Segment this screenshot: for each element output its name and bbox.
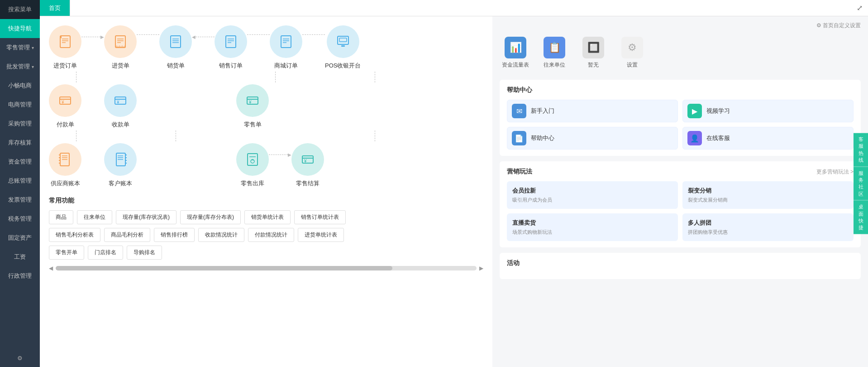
quick-icon-0[interactable]: 📊资金流量表 bbox=[500, 37, 531, 69]
float-btn-desktop[interactable]: 桌面快捷 bbox=[854, 200, 868, 234]
sidebar-item-8[interactable]: 发票管理 bbox=[0, 190, 40, 209]
quick-icon-3[interactable]: ⚙设置 bbox=[616, 37, 648, 69]
func-button[interactable]: 现存量(库存状况表) bbox=[116, 210, 176, 224]
sidebar-item-11[interactable]: 工资 bbox=[0, 247, 40, 266]
receipt-icon: ¥ bbox=[104, 84, 137, 117]
sidebar-item-4[interactable]: 采购管理 bbox=[0, 114, 40, 133]
func-button[interactable]: 销售订单统计表 bbox=[294, 210, 346, 224]
node-shop-order[interactable]: 商城订单 bbox=[270, 25, 302, 70]
retail-out-icon bbox=[236, 143, 269, 176]
quick-nav[interactable]: 快捷导航 bbox=[0, 19, 40, 38]
func-button[interactable]: 进货单统计表 bbox=[298, 228, 344, 242]
node-customer-ledger[interactable]: 客户账本 bbox=[104, 143, 137, 188]
node-purchase-order[interactable]: 进货订单 bbox=[49, 25, 81, 70]
sidebar-item-9[interactable]: 税务管理 bbox=[0, 209, 40, 228]
right-panel: ⚙ 首页自定义设置 📊资金流量表📋往来单位🔲暂无⚙设置 帮助中心 ✉ 新手入门 … bbox=[492, 16, 868, 367]
node-retail-out[interactable]: 零售出库 bbox=[236, 143, 269, 188]
func-button[interactable]: 往来单位 bbox=[77, 210, 112, 224]
sales-order-icon bbox=[215, 25, 247, 58]
node-payment[interactable]: ¥ 付款单 bbox=[49, 84, 81, 129]
node-sales-bill[interactable]: 销货单 bbox=[159, 25, 192, 70]
gear-icon: ⚙ bbox=[17, 355, 23, 362]
purchase-bill-icon bbox=[104, 25, 137, 58]
quick-icon-1[interactable]: 📋往来单位 bbox=[539, 37, 570, 69]
activity-card: 活动 bbox=[500, 253, 861, 279]
sidebar-item-3[interactable]: 电商管理 bbox=[0, 95, 40, 114]
help-item-help[interactable]: 📄 帮助中心 bbox=[507, 127, 678, 150]
sidebar-item-12[interactable]: 行政管理 bbox=[0, 266, 40, 285]
shop-order-icon bbox=[270, 25, 302, 58]
pos-icon bbox=[327, 25, 359, 58]
node-sales-order[interactable]: 销售订单 bbox=[215, 25, 247, 70]
node-receipt[interactable]: ¥ 收款单 bbox=[104, 84, 137, 129]
func-button[interactable]: 门店排名 bbox=[88, 246, 123, 260]
func-button[interactable]: 销售毛利分析表 bbox=[49, 228, 100, 242]
expand-icon[interactable]: ⤢ bbox=[857, 4, 863, 12]
func-button[interactable]: 商品 bbox=[49, 210, 73, 224]
func-button[interactable]: 现存量(库存分布表) bbox=[180, 210, 241, 224]
sidebar-item-2[interactable]: 小畅电商 bbox=[0, 76, 40, 95]
supplier-ledger-icon bbox=[49, 143, 81, 176]
float-buttons: 客服热线 服务社区 桌面快捷 bbox=[854, 133, 868, 234]
payment-icon: ¥ bbox=[49, 84, 81, 117]
help-item-beginner[interactable]: ✉ 新手入门 bbox=[507, 100, 678, 122]
float-btn-service[interactable]: 客服热线 bbox=[854, 133, 868, 167]
svg-text:¥: ¥ bbox=[248, 100, 252, 105]
svg-rect-12 bbox=[226, 36, 236, 48]
func-button[interactable]: 导购排名 bbox=[127, 246, 162, 260]
horizontal-scrollbar[interactable]: ◀ ▶ bbox=[49, 265, 483, 271]
node-retail-bill[interactable]: ¥ 零售单 bbox=[236, 84, 269, 129]
node-retail-settle[interactable]: ¥ 零售结算 bbox=[291, 143, 324, 188]
help-item-video[interactable]: ▶ 视频学习 bbox=[682, 100, 854, 122]
person-icon: 👤 bbox=[687, 131, 702, 145]
flow-diagram: 进货订单 ▶ 进货单 bbox=[49, 25, 483, 188]
float-btn-community[interactable]: 服务社区 bbox=[854, 166, 868, 200]
purchase-order-icon bbox=[49, 25, 81, 58]
search-menu[interactable]: 搜索菜单 bbox=[0, 0, 40, 19]
marketing-group[interactable]: 多人拼团 拼团购物享受优惠 bbox=[682, 213, 854, 241]
marketing-live[interactable]: 直播卖货 场景式购物新玩法 bbox=[507, 213, 678, 241]
sidebar-item-5[interactable]: 库存核算 bbox=[0, 133, 40, 152]
func-button[interactable]: 零售开单 bbox=[49, 246, 84, 260]
doc-icon: 📄 bbox=[512, 131, 526, 145]
svg-rect-0 bbox=[60, 36, 70, 48]
settings-button[interactable]: ⚙ bbox=[0, 349, 40, 367]
svg-text:¥: ¥ bbox=[116, 100, 119, 105]
left-panel: 进货订单 ▶ 进货单 bbox=[40, 16, 492, 367]
mail-icon: ✉ bbox=[512, 104, 526, 118]
node-pos[interactable]: POS收银开台 bbox=[325, 25, 361, 70]
func-button[interactable]: 商品毛利分析 bbox=[104, 228, 150, 242]
svg-rect-16 bbox=[281, 36, 291, 48]
scroll-left-arrow[interactable]: ◀ bbox=[49, 265, 53, 271]
customize-link[interactable]: ⚙ 首页自定义设置 bbox=[816, 22, 861, 29]
quick-icons-row: 📊资金流量表📋往来单位🔲暂无⚙设置 bbox=[500, 33, 861, 72]
sidebar-item-0[interactable]: 零售管理▾ bbox=[0, 38, 40, 57]
func-button[interactable]: 付款情况统计 bbox=[248, 228, 294, 242]
svg-text:¥: ¥ bbox=[61, 100, 64, 105]
sidebar-item-10[interactable]: 固定资产 bbox=[0, 228, 40, 247]
content-row: 进货订单 ▶ 进货单 bbox=[40, 16, 868, 367]
node-purchase-bill[interactable]: 进货单 bbox=[104, 25, 137, 70]
marketing-member[interactable]: 会员拉新 吸引用户成为会员 bbox=[507, 181, 678, 209]
common-functions: 常用功能 商品往来单位现存量(库存状况表)现存量(库存分布表)销货单统计表销售订… bbox=[49, 197, 483, 260]
sidebar-item-1[interactable]: 批发管理▾ bbox=[0, 57, 40, 76]
quick-icon-2[interactable]: 🔲暂无 bbox=[577, 37, 609, 69]
svg-rect-22 bbox=[341, 45, 345, 47]
sidebar-item-6[interactable]: 资金管理 bbox=[0, 152, 40, 171]
svg-point-50 bbox=[251, 159, 254, 163]
func-button[interactable]: 销售排行榜 bbox=[154, 228, 195, 242]
scroll-track[interactable] bbox=[56, 266, 477, 270]
help-item-service[interactable]: 👤 在线客服 bbox=[682, 127, 854, 150]
play-icon: ▶ bbox=[687, 104, 702, 118]
func-button[interactable]: 收款情况统计 bbox=[198, 228, 244, 242]
tab-home[interactable]: 首页 bbox=[40, 0, 70, 16]
help-center-card: 帮助中心 ✉ 新手入门 ▶ 视频学习 📄 帮助中心 👤 bbox=[500, 80, 861, 156]
sidebar: 搜索菜单 快捷导航 零售管理▾批发管理▾小畅电商电商管理采购管理库存核算资金管理… bbox=[0, 0, 40, 367]
sidebar-item-7[interactable]: 总账管理 bbox=[0, 171, 40, 190]
tab-bar: 首页 ⤢ bbox=[40, 0, 868, 16]
node-supplier-ledger[interactable]: 供应商账本 bbox=[49, 143, 81, 188]
marketing-fission[interactable]: 裂变分销 裂变式发展分销商 bbox=[682, 181, 854, 209]
more-marketing-link[interactable]: 更多营销玩法 > bbox=[816, 168, 854, 176]
func-button[interactable]: 销货单统计表 bbox=[244, 210, 291, 224]
scroll-right-arrow[interactable]: ▶ bbox=[479, 265, 483, 271]
